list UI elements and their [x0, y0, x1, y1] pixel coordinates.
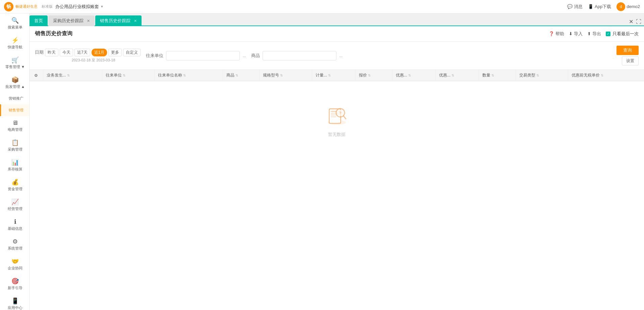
data-table: ⚙ 业务发生...⇅ 往来单位⇅ 往来单位名称⇅ [30, 70, 644, 81]
th-unit[interactable]: 计量...⇅ [312, 70, 355, 81]
sidebar-item-purchase[interactable]: 📋 采购管理 [0, 136, 29, 155]
th-discount1[interactable]: 优惠...⇅ [392, 70, 435, 81]
th-partner-name[interactable]: 往来单位名称⇅ [155, 70, 223, 81]
export-action[interactable]: ⬆ 导出 [587, 31, 601, 37]
sidebar-item-inventory[interactable]: 📊 库存核算 [0, 155, 29, 175]
tab-purchase-history[interactable]: 采购历史价跟踪 ✕ [48, 15, 95, 26]
only-last-checkbox[interactable]: ✓ [606, 32, 610, 36]
empty-state: ? 暂无数据 [30, 81, 644, 158]
sidebar-item-ecommerce[interactable]: 🖥 电商管理 [0, 116, 29, 136]
tab-sales-history-close[interactable]: ✕ [134, 19, 137, 23]
page-title: 销售历史价查询 [35, 30, 72, 37]
sidebar-item-operations[interactable]: 📈 经营管理 [0, 195, 29, 215]
svg-text:?: ? [339, 111, 341, 115]
top-header: 畅 畅捷通好生意 标准版 办公用品行业模拟账套 ▼ 💬 消息 📱 App下载 d… [0, 0, 644, 13]
date-btn-more[interactable]: 更多 [108, 49, 122, 56]
shortcuts-icon: ⚡ [11, 37, 19, 44]
app-download-label: App下载 [595, 4, 611, 10]
date-btn-last7[interactable]: 近7天 [74, 49, 90, 56]
th-pre-discount-price[interactable]: 优惠前无税单价⇅ [568, 70, 644, 81]
tab-bar: 首页 采购历史价跟踪 ✕ 销售历史价跟踪 ✕ ✕ ⛶ [30, 13, 644, 26]
date-btn-custom[interactable]: 自定义 [123, 49, 141, 56]
table-header-row: ⚙ 业务发生...⇅ 往来单位⇅ 往来单位名称⇅ [30, 70, 644, 81]
tab-home[interactable]: 首页 [30, 15, 48, 26]
th-discount2[interactable]: 优惠...⇅ [435, 70, 479, 81]
goods-dots-button[interactable]: ... [339, 53, 342, 58]
sidebar-item-apps[interactable]: 📱 应用中心 [0, 294, 29, 310]
sidebar-label-system: 系统管理 [8, 246, 22, 251]
sidebar-label-sales: 销售管理 [9, 108, 23, 113]
partner-filter-group: 往来单位 ... [146, 51, 246, 60]
th-biz-date[interactable]: 业务发生...⇅ [43, 70, 102, 81]
partner-dots-button[interactable]: ... [243, 53, 246, 58]
th-trade-type[interactable]: 交易类型⇅ [516, 70, 568, 81]
help-icon: ❓ [549, 31, 554, 36]
sidebar: 🔍 搜索菜单 ⚡ 快捷导航 🛒 零售管理 ▼ 📦 批发管理 ▲ 营销推广 销售管… [0, 13, 30, 310]
sidebar-label-retail: 零售管理 ▼ [5, 64, 25, 69]
only-last-label: 只看最后一次 [612, 31, 639, 37]
sidebar-item-marketing[interactable]: 营销推广 [0, 93, 29, 104]
sidebar-item-wholesale[interactable]: 📦 批发管理 ▲ [0, 73, 29, 93]
only-last-checkbox-area[interactable]: ✓ 只看最后一次 [606, 31, 639, 37]
tab-maximize-button[interactable]: ⛶ [636, 19, 641, 25]
th-price[interactable]: 报价⇅ [356, 70, 392, 81]
th-goods[interactable]: 商品⇅ [223, 70, 260, 81]
svg-rect-5 [331, 116, 336, 117]
date-btn-today[interactable]: 今天 [60, 49, 73, 56]
partner-input[interactable] [166, 51, 240, 60]
sidebar-label-marketing: 营销推广 [9, 96, 23, 101]
sidebar-item-shortcuts[interactable]: ⚡ 快捷导航 [0, 33, 29, 53]
tab-home-label: 首页 [34, 18, 43, 24]
sidebar-item-guide[interactable]: 🎯 新手引导 [0, 274, 29, 294]
sidebar-label-finance: 资金管理 [8, 187, 22, 192]
app-download-action[interactable]: 📱 App下载 [588, 4, 611, 10]
tab-close-all-button[interactable]: ✕ [629, 18, 633, 25]
sort-icon-price: ⇅ [368, 73, 371, 77]
sidebar-label-operations: 经营管理 [8, 206, 22, 211]
table-head: ⚙ 业务发生...⇅ 往来单位⇅ 往来单位名称⇅ [30, 70, 644, 81]
th-qty[interactable]: 数量⇅ [479, 70, 516, 81]
username-label: demo2 [627, 4, 640, 9]
th-partner-code[interactable]: 往来单位⇅ [102, 70, 155, 81]
date-btn-last1m[interactable]: 近1月 [92, 49, 107, 56]
app-selector[interactable]: 办公用品行业模拟账套 ▼ [55, 4, 104, 10]
svg-line-8 [343, 116, 346, 119]
header-right: 💬 消息 📱 App下载 d demo2 [567, 2, 640, 11]
sidebar-item-basic[interactable]: ℹ 基础信息 [0, 215, 29, 235]
sidebar-item-system[interactable]: ⚙ 系统管理 [0, 235, 29, 254]
basic-icon: ℹ [14, 218, 16, 225]
sort-icon-goods: ⇅ [235, 73, 238, 77]
app-selector-label: 办公用品行业模拟账套 [55, 4, 99, 10]
operations-icon: 📈 [11, 198, 19, 206]
goods-input[interactable] [263, 51, 336, 60]
settings-button[interactable]: 设置 [622, 56, 639, 65]
date-filter-label: 日期 [35, 49, 44, 55]
page-title-actions: ❓ 帮助 ⬇ 导入 ⬆ 导出 ✓ 只看最后一次 [549, 31, 639, 37]
purchase-icon: 📋 [11, 139, 19, 146]
gear-icon[interactable]: ⚙ [34, 73, 38, 78]
th-spec[interactable]: 规格型号⇅ [260, 70, 312, 81]
import-action[interactable]: ⬇ 导入 [569, 31, 583, 37]
sidebar-item-search[interactable]: 🔍 搜索菜单 [0, 13, 29, 33]
user-profile[interactable]: d demo2 [616, 2, 640, 11]
partner-filter-label: 往来单位 [146, 53, 163, 59]
tab-purchase-history-close[interactable]: ✕ [87, 19, 90, 23]
sidebar-item-finance[interactable]: 💰 资金管理 [0, 175, 29, 195]
sort-icon-trade-type: ⇅ [536, 73, 539, 77]
sidebar-label-wholesale: 批发管理 ▲ [5, 84, 25, 89]
sidebar-item-sales[interactable]: 销售管理 [0, 104, 29, 116]
help-label: 帮助 [555, 31, 564, 37]
help-action[interactable]: ❓ 帮助 [549, 31, 564, 37]
date-btn-yesterday[interactable]: 昨天 [45, 49, 58, 56]
query-button[interactable]: 查询 [616, 46, 639, 55]
message-action[interactable]: 💬 消息 [567, 4, 583, 10]
sidebar-label-inventory: 库存核算 [8, 167, 22, 172]
import-icon: ⬇ [569, 31, 573, 36]
sort-icon-unit: ⇅ [328, 73, 331, 77]
tab-sales-history[interactable]: 销售历史价跟踪 ✕ [95, 15, 142, 26]
sidebar-item-cooperation[interactable]: 🤝 企业协同 [0, 254, 29, 274]
chevron-down-icon: ▼ [100, 5, 104, 8]
sort-icon-qty: ⇅ [491, 73, 494, 77]
search-icon: 🔍 [11, 17, 19, 24]
sidebar-item-retail[interactable]: 🛒 零售管理 ▼ [0, 53, 29, 73]
